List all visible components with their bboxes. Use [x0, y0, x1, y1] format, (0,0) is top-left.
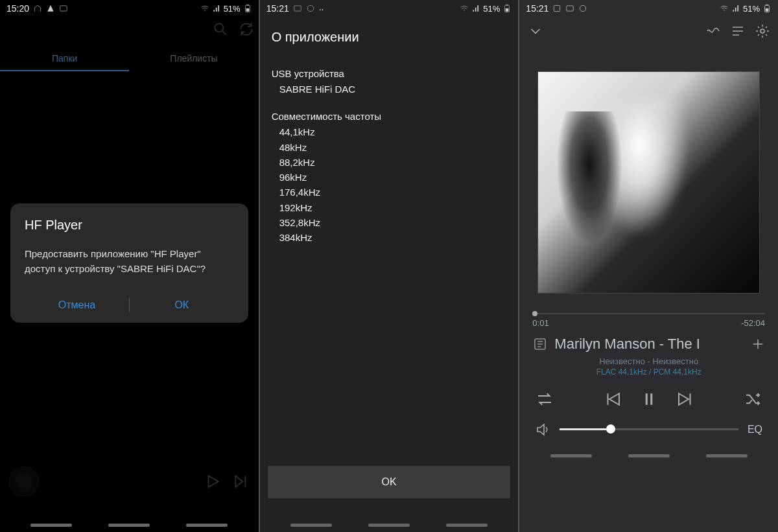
wifi-icon	[460, 4, 469, 13]
play-icon[interactable]	[204, 473, 221, 490]
settings-icon[interactable]	[755, 23, 770, 39]
wifi-icon	[720, 4, 729, 13]
ok-button[interactable]: ОК	[130, 288, 234, 323]
svg-point-9	[307, 5, 313, 11]
svg-rect-17	[766, 5, 768, 5]
svg-rect-11	[506, 5, 509, 5]
track-artist-album: Неизвестно - Неизвестно	[519, 356, 778, 366]
search-icon[interactable]	[212, 21, 229, 38]
dialog-title: HF Player	[25, 218, 234, 233]
time-elapsed: 0:01	[532, 318, 548, 328]
svg-marker-0	[47, 5, 53, 12]
signal-icon	[731, 4, 740, 13]
svg-rect-13	[554, 5, 560, 11]
tab-bar: Папки Плейлисты	[0, 47, 259, 71]
battery-icon	[243, 4, 252, 13]
track-title: Marilyn Manson - The I	[554, 336, 744, 353]
volume-slider[interactable]	[560, 428, 738, 430]
add-icon[interactable]	[751, 337, 765, 351]
status-icon	[46, 4, 55, 13]
svg-rect-12	[506, 8, 509, 12]
svg-rect-3	[246, 5, 249, 5]
refresh-icon[interactable]	[238, 21, 255, 38]
tab-folders[interactable]: Папки	[0, 47, 129, 71]
svg-marker-6	[208, 476, 218, 487]
album-art[interactable]	[537, 71, 760, 294]
android-navbar[interactable]	[260, 518, 519, 532]
svg-point-19	[760, 29, 764, 33]
svg-rect-1	[60, 6, 67, 11]
mini-player[interactable]	[0, 463, 259, 500]
tab-playlists[interactable]: Плейлисты	[129, 47, 258, 71]
pause-icon[interactable]	[639, 389, 659, 409]
repeat-icon[interactable]	[535, 389, 554, 409]
status-time: 15:21	[266, 3, 289, 14]
about-content: USB устройства SABRE HiFi DAC Совместимо…	[260, 54, 519, 466]
svg-rect-14	[567, 6, 574, 11]
permission-dialog: HF Player Предоставить приложению "HF Pl…	[10, 203, 248, 323]
freq-value: 96kHz	[272, 170, 507, 185]
status-icon	[552, 4, 561, 13]
usb-device-name: SABRE HiFi DAC	[272, 82, 507, 97]
status-icon	[578, 4, 587, 13]
ok-button[interactable]: OK	[268, 466, 511, 498]
status-icon	[59, 4, 68, 13]
status-icon	[33, 4, 42, 13]
svg-marker-21	[609, 393, 619, 405]
usb-devices-label: USB устройства	[272, 68, 507, 79]
status-time: 15:20	[6, 3, 29, 14]
android-navbar[interactable]	[0, 518, 259, 532]
queue-icon[interactable]	[730, 23, 746, 39]
status-icon	[565, 4, 574, 13]
status-time: 15:21	[526, 3, 548, 14]
svg-rect-18	[766, 8, 769, 12]
freq-value: 192kHz	[272, 200, 507, 215]
track-format: FLAC 44,1kHz / PCM 44,1kHz	[519, 367, 778, 376]
prev-icon[interactable]	[603, 389, 622, 409]
freq-value: 352,8kHz	[272, 215, 507, 230]
eq-button[interactable]: EQ	[748, 424, 762, 435]
volume-icon[interactable]	[535, 422, 550, 437]
freq-compat-label: Совместимость частоты	[272, 111, 507, 122]
svg-rect-8	[294, 6, 301, 11]
time-remaining: -52:04	[741, 318, 765, 328]
battery-text: 51%	[743, 4, 760, 14]
signal-icon	[212, 4, 221, 13]
svg-point-15	[580, 5, 586, 11]
battery-text: 51%	[224, 4, 241, 14]
svg-marker-22	[679, 393, 689, 405]
visualizer-icon[interactable]	[705, 23, 721, 39]
battery-icon	[502, 4, 512, 13]
battery-text: 51%	[483, 4, 500, 14]
status-icon: ··	[319, 4, 328, 13]
signal-icon	[471, 4, 480, 13]
mini-album-art	[9, 467, 39, 496]
dialog-message: Предоставить приложению "HF Player" дост…	[25, 247, 234, 276]
battery-icon	[762, 4, 772, 13]
freq-value: 176,4kHz	[272, 185, 507, 200]
status-bar: 15:21 51%	[519, 0, 778, 17]
status-bar: 15:21 ·· 51%	[260, 0, 519, 17]
svg-point-5	[215, 23, 223, 32]
freq-value: 44,1kHz	[272, 124, 507, 139]
freq-value: 384kHz	[272, 230, 507, 245]
collapse-icon[interactable]	[527, 23, 544, 40]
svg-rect-4	[246, 8, 249, 12]
lyrics-icon[interactable]	[532, 336, 548, 352]
wifi-icon	[200, 4, 209, 13]
status-icon	[306, 4, 315, 13]
next-icon[interactable]	[676, 389, 695, 409]
next-icon[interactable]	[233, 473, 250, 490]
status-bar: 15:20 51%	[0, 0, 259, 17]
android-navbar[interactable]	[519, 449, 778, 463]
freq-value: 48kHz	[272, 140, 507, 155]
status-icon	[293, 4, 302, 13]
progress-bar[interactable]	[532, 313, 765, 314]
freq-value: 88,2kHz	[272, 155, 507, 170]
page-title: О приложении	[260, 17, 519, 54]
cancel-button[interactable]: Отмена	[25, 288, 129, 323]
svg-marker-7	[235, 476, 242, 487]
shuffle-icon[interactable]	[743, 389, 762, 409]
